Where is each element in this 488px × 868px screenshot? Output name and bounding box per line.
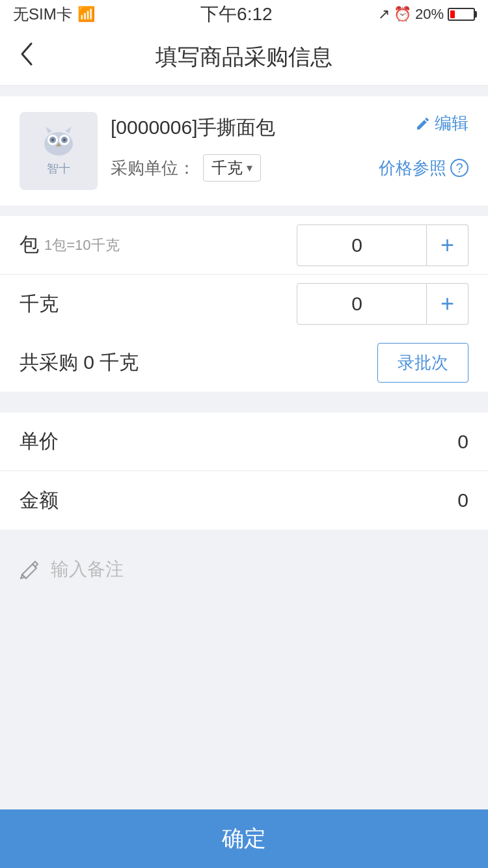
help-icon: ?	[450, 159, 468, 177]
back-button[interactable]	[20, 34, 42, 79]
amount-row: 金额 0	[0, 471, 488, 530]
status-bar: 无SIM卡 📶 下午6:12 ↗ ⏰ 20%	[0, 0, 488, 29]
unit-label: 采购单位：	[111, 157, 195, 180]
unit-price-value: 0	[457, 431, 468, 453]
no-sim-text: 无SIM卡	[13, 4, 72, 25]
svg-marker-8	[46, 127, 52, 133]
kg-input-wrapper: +	[297, 283, 468, 325]
status-right: ↗ ⏰ 20%	[378, 6, 475, 23]
unit-dropdown[interactable]: 千克 ▾	[203, 154, 261, 182]
amount-label: 金额	[20, 487, 59, 514]
kg-label: 千克	[20, 291, 59, 318]
bao-label: 包	[20, 232, 39, 258]
nav-bar: 填写商品采购信息	[0, 29, 488, 86]
svg-point-5	[51, 139, 54, 141]
bao-row: 包 1包=10千克 +	[0, 216, 488, 275]
edit-label: 编辑	[435, 112, 468, 135]
unit-value: 千克	[211, 157, 243, 178]
location-icon: ↗	[378, 6, 390, 23]
status-left: 无SIM卡 📶	[13, 4, 95, 25]
page-title: 填写商品采购信息	[156, 42, 332, 72]
brand-label: 智十	[47, 161, 70, 176]
pencil-icon	[20, 559, 40, 580]
input-section: 包 1包=10千克 + 千克 +	[0, 216, 488, 333]
product-image: 智十	[20, 112, 98, 190]
product-meta: 采购单位： 千克 ▾ 价格参照 ?	[111, 154, 468, 182]
kg-plus-button[interactable]: +	[427, 283, 468, 325]
battery-percent: 20%	[415, 6, 444, 23]
bao-hint: 1包=10千克	[44, 236, 120, 255]
record-batch-button[interactable]: 录批次	[377, 343, 468, 383]
divider-1	[0, 206, 488, 216]
bottom-spacer	[0, 599, 488, 794]
price-ref-label: 价格参照	[379, 157, 446, 180]
battery-icon	[448, 8, 475, 21]
svg-marker-9	[65, 127, 72, 133]
unit-price-row: 单价 0	[0, 413, 488, 471]
product-card: 智十 [0000006]手撕面包 采购单位： 千克 ▾ 价格参照 ? 编辑	[0, 96, 488, 206]
summary-row: 共采购 0 千克 录批次	[0, 333, 488, 392]
price-ref-button[interactable]: 价格参照 ?	[379, 157, 468, 180]
notes-placeholder: 输入备注	[51, 557, 124, 582]
divider-2	[0, 392, 488, 402]
unit-price-label: 单价	[20, 428, 59, 455]
price-section: 单价 0 金额 0	[0, 413, 488, 530]
bao-input-wrapper: +	[297, 224, 468, 266]
alarm-icon: ⏰	[394, 6, 411, 23]
wifi-icon: 📶	[77, 6, 95, 23]
edit-button[interactable]: 编辑	[415, 112, 468, 135]
kg-input[interactable]	[297, 283, 427, 325]
bao-input[interactable]	[297, 224, 427, 266]
status-time: 下午6:12	[200, 2, 273, 27]
amount-value: 0	[457, 489, 468, 511]
kg-row: 千克 +	[0, 275, 488, 333]
notes-section[interactable]: 输入备注	[0, 540, 488, 599]
bao-plus-button[interactable]: +	[427, 224, 468, 266]
dropdown-arrow-icon: ▾	[247, 161, 252, 175]
summary-text: 共采购 0 千克	[20, 349, 139, 376]
svg-point-6	[63, 139, 66, 141]
confirm-button[interactable]: 确定	[0, 809, 488, 868]
